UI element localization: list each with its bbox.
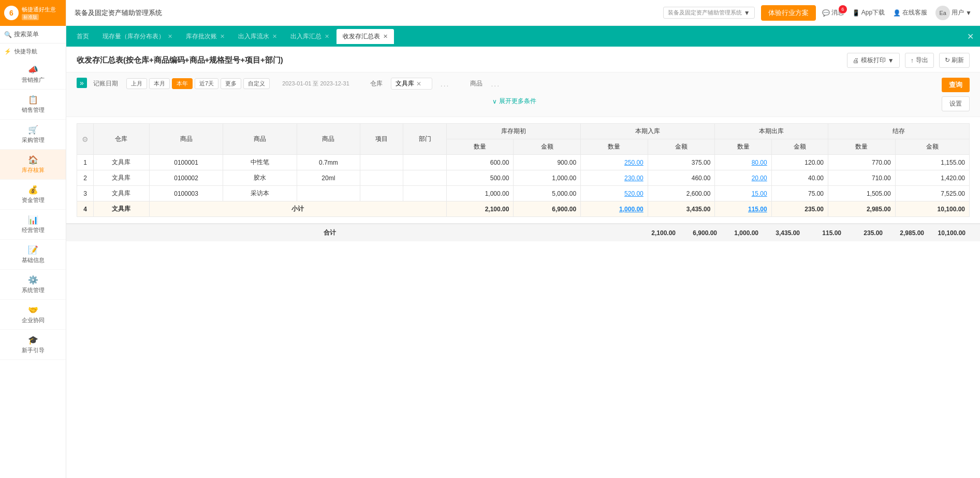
tab-close-inventory-dist[interactable]: ✕ xyxy=(168,33,172,40)
date-btn-last-month[interactable]: 上月 xyxy=(126,78,147,89)
col-settings-icon[interactable]: ⚙ xyxy=(82,135,89,143)
date-btn-more[interactable]: 更多 xyxy=(221,78,241,89)
footer-closing-amt: 10,100.00 xyxy=(928,229,970,237)
date-btn-this-year[interactable]: 本年 xyxy=(172,78,193,89)
goods-more-dots[interactable]: ... xyxy=(491,80,500,88)
col-department-header: 部门 xyxy=(403,124,446,155)
col-out-amt-header: 金额 xyxy=(771,139,828,155)
experience-button[interactable]: 体验行业方案 xyxy=(761,5,816,21)
row-project xyxy=(360,170,403,186)
tab-home[interactable]: 首页 xyxy=(70,29,95,44)
sidebar-item-basic[interactable]: 📝 基础信息 xyxy=(0,240,66,270)
basic-icon: 📝 xyxy=(28,245,38,255)
table-row: 3 文具库 0100003 采访本 1,000.00 5,000.00 520.… xyxy=(77,186,970,201)
date-range: 2023-01-01 至 2023-12-31 xyxy=(282,80,349,88)
tab-close-collect-summary[interactable]: ✕ xyxy=(383,33,388,40)
sidebar-item-finance[interactable]: 💰 资金管理 xyxy=(0,180,66,210)
app-download-button[interactable]: 📱 App下载 xyxy=(852,8,885,17)
tab-batch-ledger[interactable]: 库存批次账 ✕ xyxy=(180,29,231,44)
template-print-button[interactable]: 🖨 模板打印 ▼ xyxy=(847,53,900,68)
row-goods-code: 0100001 xyxy=(149,155,223,170)
sidebar-item-purchase[interactable]: 🛒 采购管理 xyxy=(0,120,66,150)
message-button[interactable]: 💬 消息 6 xyxy=(822,8,844,17)
row-goods-name: 中性笔 xyxy=(223,155,297,170)
system-dropdown[interactable]: 装备及固定资产辅助管理系统 ▼ xyxy=(663,7,755,19)
footer-out-qty: 115.00 xyxy=(804,229,845,237)
user-menu[interactable]: Ea 用户 ▼ xyxy=(935,6,972,20)
col-in-amt-header: 金额 xyxy=(648,139,715,155)
avatar: Ea xyxy=(935,6,950,20)
footer-total-text: 合计 xyxy=(135,228,524,237)
warehouse-filter-tag[interactable]: 文具库 ✕ xyxy=(391,78,432,90)
online-service-button[interactable]: 👤 在线客服 xyxy=(893,8,927,17)
row-out-amt: 120.00 xyxy=(771,155,828,170)
filter-row-1: 记账日期 上月 本月 本年 近7天 更多 自定义 2023-01-01 至 20… xyxy=(93,78,935,90)
tab-inventory-dist[interactable]: 现存量（库存分布表） ✕ xyxy=(96,29,179,44)
operations-icon: 📊 xyxy=(28,215,38,225)
table-row: 2 文具库 0100002 胶水 20ml 500.00 1,000.00 23… xyxy=(77,170,970,186)
row-goods-spec xyxy=(297,186,360,201)
warehouse-tag-close[interactable]: ✕ xyxy=(416,80,421,88)
sidebar-item-system[interactable]: ⚙️ 系统管理 xyxy=(0,270,66,300)
date-btn-custom[interactable]: 自定义 xyxy=(243,78,270,89)
row-in-qty[interactable]: 250.00 xyxy=(581,155,648,170)
row-in-qty[interactable]: 230.00 xyxy=(581,170,648,186)
tab-close-in-out-summary[interactable]: ✕ xyxy=(325,33,329,40)
row-out-qty[interactable]: 15.00 xyxy=(715,186,771,201)
col-in-qty-header: 数量 xyxy=(581,139,648,155)
set-button[interactable]: 设置 xyxy=(942,96,970,111)
sidebar-quick-nav[interactable]: ⚡ 快捷导航 xyxy=(0,44,66,60)
sidebar: 6 畅捷通好生意 标准版 🔍 搜索菜单 ⚡ 快捷导航 📣 营销推广 📋 销售管理… xyxy=(0,0,66,478)
row-out-qty[interactable]: 80.00 xyxy=(715,155,771,170)
tab-close-in-out-flow[interactable]: ✕ xyxy=(272,33,277,40)
sidebar-item-inventory[interactable]: 🏠 库存核算 xyxy=(0,150,66,180)
date-btn-this-month[interactable]: 本月 xyxy=(149,78,170,89)
sidebar-search[interactable]: 🔍 搜索菜单 xyxy=(0,26,66,44)
print-dropdown-icon: ▼ xyxy=(888,57,894,64)
row-closing-qty: 770.00 xyxy=(828,155,895,170)
sidebar-item-enterprise[interactable]: 🤝 企业协同 xyxy=(0,300,66,330)
export-button[interactable]: ↑ 导出 xyxy=(905,53,934,68)
subtotal-out-qty[interactable]: 115.00 xyxy=(715,201,771,217)
tab-collect-summary[interactable]: 收发存汇总表 ✕ xyxy=(337,29,394,44)
expand-icon: ∨ xyxy=(492,98,497,105)
col-in-header: 本期入库 xyxy=(581,124,715,139)
date-buttons: 上月 本月 本年 近7天 更多 自定义 xyxy=(126,78,270,89)
sidebar-item-operations[interactable]: 📊 经营管理 xyxy=(0,210,66,240)
footer-closing-qty: 2,985.00 xyxy=(887,229,928,237)
col-opening-amt-header: 金额 xyxy=(514,139,581,155)
col-settings-header[interactable]: ⚙ xyxy=(77,124,94,155)
row-in-amt: 460.00 xyxy=(648,170,715,186)
sidebar-item-sales[interactable]: 📋 销售管理 xyxy=(0,90,66,120)
search-icon: 🔍 xyxy=(4,31,12,38)
print-icon: 🖨 xyxy=(853,57,859,64)
goods-label: 商品 xyxy=(470,79,482,88)
expand-row: ∨ 展开更多条件 xyxy=(93,94,935,106)
row-out-qty[interactable]: 20.00 xyxy=(715,170,771,186)
sidebar-item-newbie[interactable]: 🎓 新手引导 xyxy=(0,330,66,360)
tab-in-out-flow[interactable]: 出入库流水 ✕ xyxy=(232,29,283,44)
newbie-icon: 🎓 xyxy=(28,335,38,345)
date-btn-7days[interactable]: 近7天 xyxy=(195,78,218,89)
row-opening-amt: 900.00 xyxy=(514,155,581,170)
warehouse-more-dots[interactable]: ... xyxy=(441,80,450,88)
row-in-qty[interactable]: 520.00 xyxy=(581,186,648,201)
logo-text: 畅捷通好生意 标准版 xyxy=(22,6,56,21)
sales-icon: 📋 xyxy=(28,95,38,105)
subtotal-in-qty[interactable]: 1,000.00 xyxy=(581,201,648,217)
tab-close-batch-ledger[interactable]: ✕ xyxy=(220,33,225,40)
row-in-amt: 375.00 xyxy=(648,155,715,170)
filter-expand-icon[interactable]: » xyxy=(77,78,87,88)
row-opening-amt: 1,000.00 xyxy=(514,170,581,186)
expand-conditions-button[interactable]: ∨ 展开更多条件 xyxy=(492,97,536,106)
col-warehouse-header: 仓库 xyxy=(94,124,150,155)
sidebar-item-marketing[interactable]: 📣 营销推广 xyxy=(0,60,66,90)
message-icon: 💬 xyxy=(822,9,830,17)
tab-in-out-summary[interactable]: 出入库汇总 ✕ xyxy=(284,29,335,44)
query-button[interactable]: 查询 xyxy=(942,78,970,92)
footer-opening-qty: 2,100.00 xyxy=(638,229,680,237)
refresh-button[interactable]: ↻ 刷新 xyxy=(939,53,970,68)
inventory-icon: 🏠 xyxy=(28,155,38,165)
tab-bar-close-button[interactable]: ✕ xyxy=(965,30,976,44)
col-out-header: 本期出库 xyxy=(715,124,828,139)
